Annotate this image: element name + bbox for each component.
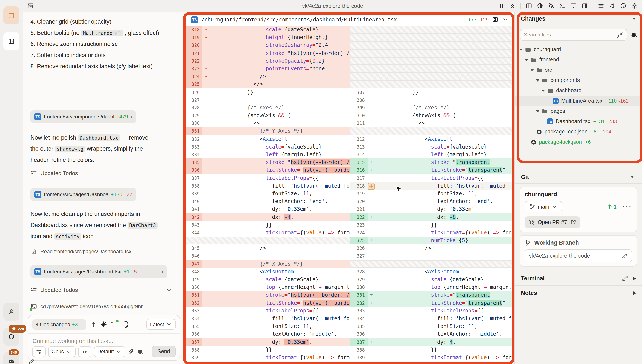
github-link-button[interactable]: 22k (4, 328, 19, 346)
diff-row[interactable]: 336- tickStroke="hsl(var(--border) / 0.4… (185, 166, 514, 174)
diff-row[interactable]: 332 <AxisLeft312 <AxisLeft (185, 135, 514, 143)
diff-row[interactable]: 344 tickFormat={(value) => formatValue(v… (185, 229, 514, 236)
diff-square-icon[interactable] (492, 16, 499, 23)
panel-right-icon[interactable] (581, 2, 588, 9)
tree-file-MultiLineArea.tsx[interactable]: TSMultiLineArea.tsx+110-162 (515, 96, 642, 106)
diff-row[interactable]: 325- </> (185, 80, 514, 88)
open-pr-button[interactable]: Open PR #7 (525, 216, 580, 228)
diff-row[interactable]: 353 tickLabelProps={{333 tickLabelProps=… (185, 307, 514, 315)
menu-icon[interactable] (598, 2, 604, 9)
diff-row[interactable]: 341 dy: '0.33em',321 dy: '0.33em', (185, 206, 514, 213)
terminal-prompt-icon[interactable] (559, 2, 565, 9)
file-change-chip[interactable]: TS frontend/src/components/dashboa... +4… (31, 110, 136, 123)
tree-file-package-lock.json[interactable]: package-lock.json+6 (515, 137, 642, 147)
help-icon[interactable] (620, 2, 626, 9)
workspace-layout-button[interactable] (4, 6, 19, 24)
diff-row[interactable]: 354 fill: 'hsl(var(--muted-foreground))'… (185, 315, 514, 322)
model-dropdown[interactable]: Opus (48, 346, 75, 357)
tree-file-Dashboard.tsx[interactable]: TSDashboard.tsx+131-233 (515, 116, 642, 127)
tree-folder-churnguard[interactable]: churnguard (515, 44, 642, 54)
diff-row[interactable]: 334 left={margin.left}314 left={margin.l… (185, 151, 514, 158)
cat-icon[interactable] (137, 348, 143, 355)
diff-row[interactable]: 335- stroke="hsl(var(--border) / 0.4)"31… (185, 158, 514, 166)
branch-dropdown[interactable]: main (525, 201, 562, 212)
diff-row[interactable]: 324- /> (185, 72, 514, 80)
diff-row[interactable]: 329 {showAxis && (310 {showAxis && ( (185, 112, 514, 119)
message-input[interactable]: Continue working on this task... (28, 334, 180, 344)
file-change-chip[interactable]: TS frontend/src/pages/Dashboar... +130 -… (31, 188, 136, 201)
working-branch-input[interactable]: vk/4e2a-explore-the-code (525, 250, 632, 262)
diff-row[interactable]: 340 textAnchor: 'end',320 textAnchor: 'e… (185, 198, 514, 205)
updated-todos-row[interactable]: Updated Todos (31, 287, 172, 293)
diff-row[interactable]: 358 }}338 }} (185, 346, 514, 354)
tree-folder-src[interactable]: src (515, 65, 642, 75)
tree-folder-frontend[interactable]: frontend (515, 54, 642, 65)
diff-row[interactable]: 346327 (185, 252, 514, 260)
diff-row[interactable]: 345 />326 /> (185, 244, 514, 252)
updated-todos-row[interactable]: Updated Todos (31, 170, 78, 176)
pen-icon[interactable] (28, 358, 35, 364)
file-change-chip[interactable]: TS frontend/src/pages/Dashboard.tsx +1 -… (31, 265, 167, 278)
diff-row[interactable]: 348 <AxisBottom328 <AxisBottom (185, 268, 514, 276)
fast-forward-button[interactable] (78, 346, 91, 357)
diff-row[interactable]: 319- height={innerHeight} (185, 34, 514, 41)
mode-dropdown[interactable]: Default (94, 346, 125, 357)
files-changed-chip[interactable]: 4 files changed +3… (32, 319, 86, 330)
diff-row[interactable]: 355 fontSize: 11,335 fontSize: 11, (185, 322, 514, 330)
diff-row[interactable]: 352- tickStroke="hsl(var(--border) / 0.4… (185, 299, 514, 307)
paperclip-icon[interactable] (128, 348, 134, 355)
diff-row[interactable]: 337 tickLabelProps={{317 tickLabelProps=… (185, 174, 514, 182)
diff-row[interactable]: 343 }}323 }} (185, 221, 514, 228)
chevrons-up-icon[interactable] (509, 2, 516, 9)
diff-row[interactable]: 357- dy: '0.33em',337+ dy: 4, (185, 338, 514, 346)
diff-row[interactable]: 338 fill: 'hsl(var(--muted-foreground))'… (185, 182, 514, 190)
version-dropdown[interactable]: Latest (147, 319, 176, 330)
pause-icon[interactable] (498, 2, 505, 9)
diff-row[interactable]: 321- stroke="hsl(var(--border) / 0.3)" (185, 49, 514, 57)
terminal-command-row[interactable]: cd /private/var/folders/10/h7w0q46556ggr… (31, 303, 147, 310)
diff-row[interactable]: 327308 (185, 96, 514, 104)
tree-folder-components[interactable]: components (515, 75, 642, 86)
arrow-up-icon[interactable] (90, 321, 97, 328)
diff-row[interactable]: 347- {/* X Axis */} (185, 260, 514, 268)
diff-row[interactable]: 356 textAnchor: 'middle',336 textAnchor:… (185, 330, 514, 338)
diff-row[interactable]: 333 scale={valueScale}313 scale={valueSc… (185, 143, 514, 151)
changes-header[interactable]: Changes (515, 12, 642, 25)
kanban-view-button[interactable] (4, 32, 19, 50)
diff-row[interactable]: 318- scale={dateScale} (185, 26, 514, 34)
file-search-input[interactable]: Search files... (520, 29, 627, 41)
diff-row[interactable]: 342- dx: -4,322+ dx: -8, (185, 213, 514, 221)
cat-icon[interactable] (630, 32, 637, 38)
tree-file-package-lock.json[interactable]: package-lock.json+61-104 (515, 127, 642, 137)
collapse-diagonal-icon[interactable] (617, 32, 623, 38)
notes-section-header[interactable]: Notes (515, 286, 642, 300)
spark-icon[interactable] (101, 321, 107, 328)
diff-row[interactable]: 323- pointerEvents="none" (185, 65, 514, 72)
tree-folder-pages[interactable]: pages (515, 106, 642, 116)
diff-row[interactable]: 359 tickFormat={(value) => formatDate(va… (185, 354, 514, 362)
diff-row[interactable]: 350 top={innerHeight + margin.top / 2}33… (185, 283, 514, 291)
diff-row[interactable]: 351- stroke="hsl(var(--border) / 0.4)"33… (185, 291, 514, 299)
add-comment-button[interactable] (367, 183, 375, 190)
git-compare-icon[interactable] (548, 2, 554, 9)
terminal-section-header[interactable]: Terminal (515, 271, 642, 286)
theme-contrast-icon[interactable] (537, 2, 543, 9)
send-button[interactable]: Send (152, 346, 176, 357)
account-button[interactable] (4, 302, 19, 321)
chevron-down-icon[interactable] (502, 16, 508, 23)
diff-row[interactable]: 328 {/* Axes */}309 {/* Axes */} (185, 104, 514, 112)
more-menu[interactable]: ··· (623, 203, 632, 210)
diff-row[interactable]: 322- strokeOpacity={0.2} (185, 57, 514, 65)
git-header[interactable]: Git (515, 170, 642, 184)
diff-row[interactable]: 330 <>311 <> (185, 120, 514, 127)
settings-icon[interactable] (631, 2, 638, 9)
monitor-icon[interactable] (570, 2, 577, 9)
chevron-down-icon[interactable] (166, 287, 172, 293)
diff-row[interactable]: 320- strokeDasharray="2,4" (185, 42, 514, 49)
diff-row[interactable]: 339 fontSize: 11,319 fontSize: 11, (185, 190, 514, 198)
diff-row[interactable]: 331- {/* Y Axis */} (185, 127, 514, 135)
panel-left-icon[interactable] (526, 2, 532, 9)
todos-indicator[interactable] (111, 321, 117, 328)
edit-pencil-icon[interactable] (621, 252, 628, 259)
diff-row[interactable]: 325+ numTicks={5} (185, 236, 514, 244)
